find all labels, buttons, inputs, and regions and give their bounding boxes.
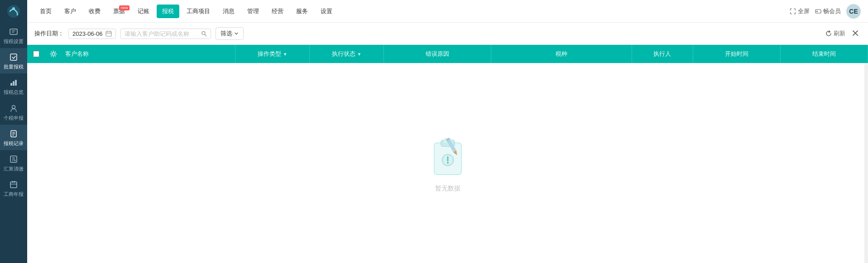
- svg-line-31: [205, 34, 206, 36]
- sidebar-item-label: 报税设置: [4, 39, 24, 44]
- batch-tax-icon: [8, 52, 19, 63]
- svg-point-0: [7, 5, 20, 18]
- fullscreen-button[interactable]: 全屏: [790, 7, 810, 15]
- fullscreen-label: 全屏: [798, 7, 810, 15]
- chevron-down-icon: [234, 31, 239, 36]
- nav-item-invoice[interactable]: 票据 new: [108, 5, 130, 18]
- nav-item-customer[interactable]: 客户: [59, 5, 82, 18]
- svg-point-1: [12, 7, 15, 10]
- sidebar-item-label: 汇算清缴: [4, 166, 24, 172]
- th-checkbox[interactable]: [27, 51, 45, 57]
- sidebar-item-piliang-baoshui[interactable]: 批量报税: [0, 48, 27, 73]
- topnav-right: 全屏 畅会员 CE: [790, 4, 861, 19]
- member-icon: [815, 8, 821, 15]
- settings-icon: [8, 26, 19, 37]
- avatar[interactable]: CE: [846, 4, 861, 19]
- svg-rect-2: [10, 29, 17, 34]
- member-button[interactable]: 畅会员: [815, 7, 841, 15]
- sidebar-item-label: 工商年报: [4, 191, 24, 197]
- refresh-button[interactable]: 刷新: [825, 29, 845, 38]
- svg-rect-22: [14, 181, 15, 183]
- date-picker[interactable]: 2023-06-06: [68, 29, 116, 39]
- sidebar-item-huisuan-jiaona[interactable]: 汇算清缴: [0, 150, 27, 175]
- filter-icon-optype: ▼: [283, 52, 288, 57]
- th-op-type[interactable]: 操作类型 ▼: [235, 45, 310, 63]
- top-navigation: 首页 客户 收费 票据 new 记账 报税 工商项目 消息 管理 经营 服务 设…: [27, 0, 868, 23]
- sidebar-item-label: 报税总览: [4, 89, 24, 95]
- close-icon: [852, 29, 859, 37]
- svg-point-34: [52, 53, 55, 55]
- refresh-label: 刷新: [834, 29, 845, 38]
- nav-item-settings[interactable]: 设置: [315, 5, 338, 18]
- nav-item-manage[interactable]: 管理: [242, 5, 264, 18]
- search-wrap: [120, 29, 211, 39]
- fullscreen-icon: [790, 8, 796, 15]
- th-error: 错误原因: [384, 45, 491, 63]
- svg-rect-6: [10, 83, 12, 86]
- select-all-checkbox[interactable]: [33, 51, 39, 57]
- main-wrap: 首页 客户 收费 票据 new 记账 报税 工商项目 消息 管理 经营 服务 设…: [27, 0, 868, 263]
- sidebar-item-label: 批量报税: [4, 64, 24, 70]
- column-settings-icon: [50, 50, 57, 58]
- search-icon: [201, 30, 207, 37]
- scroll-indicator[interactable]: [864, 63, 868, 263]
- svg-rect-20: [10, 182, 17, 188]
- filter-icon-status: ▼: [357, 52, 362, 57]
- nav-item-operation[interactable]: 经营: [266, 5, 289, 18]
- search-input[interactable]: [125, 30, 198, 37]
- nav-item-business[interactable]: 工商项目: [181, 5, 216, 18]
- date-label: 操作日期：: [34, 29, 64, 38]
- th-status[interactable]: 执行状态 ▼: [310, 45, 384, 63]
- svg-point-44: [447, 162, 449, 164]
- table-wrap: 客户名称 操作类型 ▼ 执行状态 ▼ 错误原因 税种 执行人: [27, 45, 868, 263]
- calculate-icon: [8, 154, 19, 165]
- nav-item-finance[interactable]: 收费: [83, 5, 106, 18]
- person-tax-icon: [8, 103, 19, 114]
- th-settings[interactable]: [45, 50, 62, 58]
- sidebar-item-gongshang-nianbao[interactable]: 工商年报: [0, 175, 27, 201]
- svg-point-25: [816, 10, 818, 12]
- nav-items: 首页 客户 收费 票据 new 记账 报税 工商项目 消息 管理 经营 服务 设…: [34, 5, 790, 18]
- nav-item-tax[interactable]: 报税: [157, 5, 179, 18]
- th-customer-name: 客户名称: [62, 45, 235, 63]
- content-area: 操作日期： 2023-06-06 筛选: [27, 23, 868, 263]
- th-taxtype: 税种: [491, 45, 632, 63]
- toolbar: 操作日期： 2023-06-06 筛选: [27, 23, 868, 45]
- nav-item-home[interactable]: 首页: [34, 5, 57, 18]
- nav-item-bookkeeping[interactable]: 记账: [132, 5, 155, 18]
- sidebar-item-geshuishenbi[interactable]: 个税申报: [0, 99, 27, 125]
- empty-illustration: [427, 134, 468, 179]
- overview-icon: [8, 77, 19, 88]
- nav-item-message[interactable]: 消息: [217, 5, 240, 18]
- sidebar-item-label: 报税记录: [4, 141, 24, 146]
- th-executor: 执行人: [632, 45, 693, 63]
- svg-rect-5: [10, 54, 17, 60]
- refresh-icon: [825, 30, 832, 37]
- sidebar-item-baoshui-zonlan[interactable]: 报税总览: [0, 73, 27, 99]
- record-icon: [8, 128, 19, 139]
- close-button[interactable]: [850, 29, 861, 38]
- svg-point-30: [202, 32, 205, 35]
- filter-label: 筛选: [221, 29, 232, 38]
- svg-rect-26: [106, 31, 111, 36]
- sidebar: 报税设置 批量报税 报税总览 个税申报: [0, 0, 27, 263]
- new-badge: new: [119, 5, 129, 10]
- sidebar-item-baoshui-jilu[interactable]: 报税记录: [0, 125, 27, 150]
- filter-button[interactable]: 筛选: [216, 27, 244, 40]
- empty-text: 暂无数据: [435, 185, 460, 193]
- svg-rect-24: [815, 10, 821, 13]
- annual-report-icon: [8, 179, 19, 190]
- th-starttime: 开始时间: [693, 45, 781, 63]
- svg-rect-21: [12, 181, 13, 183]
- nav-item-service[interactable]: 服务: [291, 5, 313, 18]
- sidebar-item-label: 个税申报: [4, 115, 24, 121]
- empty-state: 暂无数据: [27, 63, 868, 263]
- th-endtime: 结束时间: [781, 45, 868, 63]
- member-label: 畅会员: [823, 7, 841, 15]
- sidebar-logo: [0, 0, 27, 23]
- svg-rect-8: [15, 80, 17, 86]
- sidebar-item-baoshui-shezhi[interactable]: 报税设置: [0, 23, 27, 48]
- svg-point-9: [12, 105, 15, 108]
- calendar-icon: [106, 30, 112, 37]
- date-value: 2023-06-06: [72, 30, 103, 37]
